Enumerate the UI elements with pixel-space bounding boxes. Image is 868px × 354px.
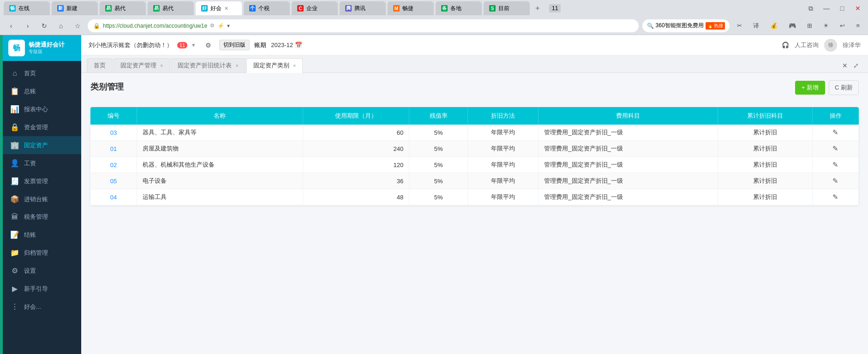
- browser-tab-new[interactable]: 新 新建: [52, 1, 98, 15]
- sidebar-item-report[interactable]: 📊 报表中心: [3, 100, 81, 118]
- period-value[interactable]: 2023-12 📅: [271, 42, 302, 48]
- table-header: 编号 名称 使用期限（月） 残值率 折旧方法 费用科目 累计折旧科目 操作: [90, 107, 859, 125]
- tab-favicon: 个: [249, 5, 256, 12]
- add-button[interactable]: + 新增: [795, 81, 825, 95]
- cell-acc-depreciation: 累计折旧: [718, 173, 812, 189]
- cell-residual: 5%: [409, 173, 468, 189]
- user-avatar[interactable]: 徐: [824, 39, 837, 52]
- fixed-asset-icon: 🏢: [10, 141, 19, 150]
- tab-favicon: M: [393, 5, 400, 12]
- undo-button[interactable]: ↩: [836, 20, 849, 31]
- tab-favicon: 畅: [9, 5, 16, 12]
- win-close-btn[interactable]: ✕: [851, 2, 864, 15]
- browser-tab-muqian[interactable]: S 目前: [484, 1, 530, 15]
- tab-home-label: 首页: [94, 61, 106, 70]
- search-bar[interactable]: 🔍 360智能抠图免费用 🔥 热搜: [642, 19, 730, 32]
- browser-tab-chanjet[interactable]: 好 好会 ✕: [196, 1, 242, 15]
- translate-button[interactable]: 译: [749, 20, 763, 32]
- browser-tab-easy2[interactable]: 易 易代: [148, 1, 194, 15]
- tab-expand-btn[interactable]: ⤢: [851, 61, 861, 70]
- table-row: 03器具、工具、家具等605%年限平均管理费用_固定资产折旧_一级累计折旧✎: [90, 125, 859, 141]
- tab-close-all-btn[interactable]: ✕: [840, 61, 850, 70]
- tab-favicon: C: [297, 5, 304, 12]
- switch-version-btn[interactable]: 切到旧版: [219, 40, 250, 50]
- cell-action[interactable]: ✎: [812, 157, 858, 173]
- sidebar-item-tax[interactable]: 🏛 税务管理: [3, 208, 81, 226]
- user-account-name: 刘小艳演示账套（勿删勿动！）: [89, 41, 173, 49]
- tab-row-controls: ✕ ⤢: [840, 61, 862, 70]
- page-tab-bar: 首页 固定资产管理 × 固定资产折旧统计表 × 固定资产类别 × ✕ ⤢: [81, 55, 868, 73]
- sidebar-item-purchase[interactable]: 📦 进销台账: [3, 190, 81, 208]
- tab-close-icon[interactable]: ×: [235, 63, 238, 68]
- sidebar-item-ledger[interactable]: 📋 总账: [3, 82, 81, 100]
- sidebar-item-payroll[interactable]: 👤 工资: [3, 154, 81, 172]
- tab-close-icon[interactable]: ×: [160, 63, 163, 68]
- sidebar-item-more[interactable]: ⋮ 好会...: [3, 298, 81, 316]
- cell-action[interactable]: ✎: [812, 141, 858, 157]
- home-button[interactable]: ⌂: [54, 19, 67, 32]
- logo-text-block: 畅捷通好会计 专版版: [29, 41, 65, 55]
- menu-button[interactable]: ≡: [852, 20, 863, 31]
- tab-close-icon[interactable]: ×: [293, 63, 296, 68]
- tab-label: 腾讯: [354, 5, 365, 12]
- calendar-icon[interactable]: 📅: [295, 42, 302, 48]
- tab-home[interactable]: 首页: [87, 58, 113, 72]
- sidebar-item-invoice[interactable]: 🧾 发票管理: [3, 172, 81, 190]
- sidebar-item-label: 结账: [24, 231, 36, 239]
- forward-button[interactable]: ›: [21, 19, 34, 32]
- win-restore-btn[interactable]: ⧉: [804, 2, 817, 15]
- dropdown-icon[interactable]: ▾: [227, 23, 230, 29]
- address-bar[interactable]: 🔒 https://cloud.chanjet.com/accounting/u…: [88, 19, 639, 32]
- browser-tab-online[interactable]: 畅 在线: [4, 1, 50, 15]
- sidebar-item-archive[interactable]: 📁 归档管理: [3, 244, 81, 262]
- tab-depreciation-table[interactable]: 固定资产折旧统计表 ×: [171, 58, 245, 72]
- brightness-button[interactable]: ☀: [820, 20, 832, 31]
- cell-action[interactable]: ✎: [812, 173, 858, 189]
- sidebar-item-fixed-asset[interactable]: 🏢 固定资产: [3, 136, 81, 154]
- tab-close-icon[interactable]: ✕: [224, 6, 228, 12]
- cell-name: 机器、机械和其他生产设备: [137, 157, 303, 173]
- logo-title: 畅捷通好会计: [29, 41, 65, 49]
- settings-btn[interactable]: ⚙: [202, 39, 215, 52]
- tab-label: 个税: [258, 5, 269, 12]
- app-container: 畅 畅捷通好会计 专版版 ⌂ 首页 📋 总账 📊 报表中心 🔒 资金管理: [0, 35, 868, 354]
- cell-code: 02: [90, 157, 137, 173]
- cell-method: 年限平均: [468, 157, 539, 173]
- cell-name: 房屋及建筑物: [137, 141, 303, 157]
- browser-tab-tax[interactable]: 个 个税: [244, 1, 290, 15]
- game-button[interactable]: 🎮: [785, 20, 800, 31]
- browser-tab-changjie[interactable]: M 畅捷: [388, 1, 434, 15]
- cut-button[interactable]: ✂: [733, 20, 746, 31]
- browser-tab-tencent[interactable]: 腾 腾讯: [340, 1, 386, 15]
- bookmark-button[interactable]: ☆: [71, 19, 84, 32]
- browser-tab-gedi[interactable]: 各 各地: [436, 1, 482, 15]
- sidebar-item-guide[interactable]: ▶ 新手引导: [3, 280, 81, 298]
- grid-button[interactable]: ⊞: [803, 20, 816, 31]
- help-label[interactable]: 人工咨询: [795, 41, 819, 49]
- more-icon: ⋮: [10, 302, 19, 311]
- tab-label: 易代: [162, 5, 174, 12]
- dropdown-arrow[interactable]: ▾: [192, 42, 195, 48]
- cell-action[interactable]: ✎: [812, 125, 858, 141]
- browser-tab-enterprise[interactable]: C 企业: [292, 1, 338, 15]
- cell-months: 120: [303, 157, 409, 173]
- browser-tab-easy1[interactable]: 易 易代: [100, 1, 146, 15]
- sidebar-item-checkout[interactable]: 📝 结账: [3, 226, 81, 244]
- tab-asset-category[interactable]: 固定资产类别 ×: [246, 58, 303, 73]
- wallet-button[interactable]: 💰: [766, 20, 781, 31]
- new-tab-button[interactable]: +: [532, 2, 544, 14]
- sidebar-item-settings[interactable]: ⚙ 设置: [3, 262, 81, 280]
- cell-code: 03: [90, 125, 137, 141]
- win-maximize-btn[interactable]: □: [836, 2, 849, 15]
- cell-action[interactable]: ✎: [812, 189, 858, 205]
- back-button[interactable]: ‹: [5, 19, 18, 32]
- sidebar-item-label: 新手引导: [24, 285, 48, 293]
- sidebar-item-fund[interactable]: 🔒 资金管理: [3, 118, 81, 136]
- cell-residual: 5%: [409, 141, 468, 157]
- main-content: 刘小艳演示账套（勿删勿动！） 11 ▾ ⚙ 切到旧版 账期 2023-12 📅 …: [81, 35, 868, 354]
- tab-fixed-asset-mgmt[interactable]: 固定资产管理 ×: [114, 58, 170, 72]
- win-minimize-btn[interactable]: —: [820, 2, 833, 15]
- sidebar-item-home[interactable]: ⌂ 首页: [3, 65, 81, 82]
- refresh-button[interactable]: C 刷新: [829, 80, 859, 95]
- reload-button[interactable]: ↻: [38, 19, 51, 32]
